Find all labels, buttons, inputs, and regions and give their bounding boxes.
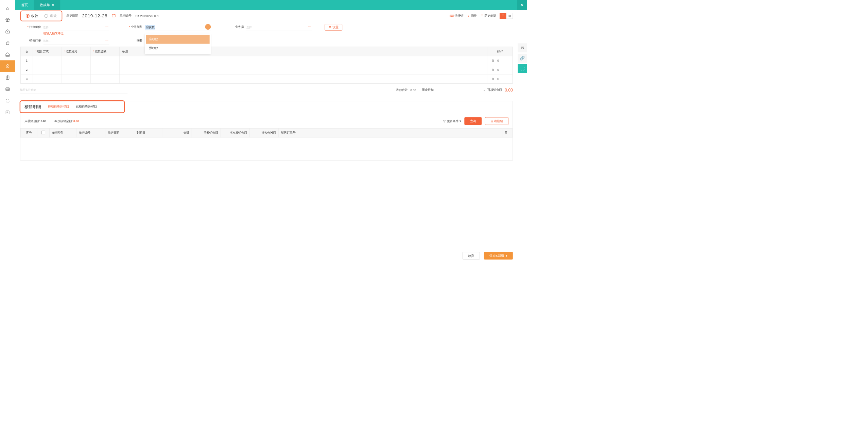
- radio-refund-label: 退款: [50, 14, 57, 18]
- mail-icon[interactable]: ✉: [518, 43, 527, 52]
- biztype-option-receivable[interactable]: 应收款: [146, 35, 210, 44]
- col-gear[interactable]: ⚙: [20, 47, 33, 56]
- view-grid-icon[interactable]: ⊞: [506, 13, 513, 19]
- gear-icon: ⚙: [329, 26, 331, 29]
- shortcut-link[interactable]: ⌨快捷键: [450, 14, 464, 18]
- remark-input[interactable]: [20, 86, 127, 94]
- tab-home[interactable]: 首页: [15, 0, 34, 10]
- writeoff-empty-body: [20, 137, 513, 160]
- form-area: *往来单位 ⋯ 请输入往来单位 *业务类型 应收款 ˄ 应收款 预收款: [20, 23, 513, 45]
- partner-input[interactable]: [43, 23, 109, 31]
- more-conditions-toggle[interactable]: ▽ 更多条件 ▾: [443, 119, 461, 123]
- total-value: 0.00: [411, 88, 416, 92]
- salesorder-input[interactable]: [43, 37, 109, 45]
- discard-button[interactable]: 放弃: [463, 252, 480, 260]
- lookup-icon[interactable]: ⋯: [105, 39, 109, 42]
- tab-receipt[interactable]: 收款单 ✕: [34, 0, 60, 10]
- plus-sign: +: [418, 88, 420, 92]
- summary-label: 摘要: [122, 37, 142, 43]
- cash-discount-input[interactable]: [436, 87, 482, 93]
- link-icon[interactable]: 🔗: [518, 54, 527, 63]
- money-bag-icon[interactable]: ¥: [0, 60, 15, 72]
- table-row: 3 🗑⊕: [20, 74, 513, 83]
- svg-point-8: [6, 99, 9, 102]
- lookup-icon[interactable]: ⋯: [105, 25, 109, 29]
- salesman-field: 业务员 ⋯: [223, 23, 312, 31]
- trash-icon[interactable]: 🗑: [491, 59, 494, 62]
- radio-refund[interactable]: 退款: [45, 14, 57, 18]
- calendar-icon[interactable]: [111, 13, 116, 18]
- add-row-icon[interactable]: ⊕: [497, 77, 499, 81]
- gift-icon[interactable]: [0, 14, 15, 26]
- payments-table-wrap: ⚙ *结算方式 *收款账号 *收款金额 备注 操作 1 🗑⊕ 2 🗑⊕: [20, 47, 513, 84]
- tab-close-icon[interactable]: ✕: [52, 3, 54, 7]
- left-sidebar: ⌂ $ ¥ 新: [0, 0, 15, 262]
- writeoff-tab-done[interactable]: 已核销单据(0笔): [76, 105, 97, 109]
- gear-icon: ⚙: [25, 50, 28, 53]
- wcol-seq: 序号: [20, 128, 37, 137]
- add-row-icon[interactable]: ⊕: [497, 68, 499, 71]
- add-row-icon[interactable]: ⊕: [497, 59, 499, 62]
- tab-receipt-label: 收款单: [40, 3, 50, 7]
- history-icon: ☰: [481, 14, 483, 18]
- trash-icon[interactable]: 🗑: [491, 68, 494, 71]
- wcol-type: 单据类型: [49, 128, 76, 137]
- partner-error: 请输入往来单位: [43, 32, 109, 35]
- cash-discount-label: 现金折扣:: [422, 88, 434, 92]
- radio-checked-icon: [26, 14, 30, 18]
- salesman-input[interactable]: [246, 23, 312, 31]
- writeoff-section: 核销明细 待核销单据(0笔) 已核销单据(0笔) 未核销金额:0.00 本次核销…: [20, 101, 513, 161]
- auto-writeoff-button[interactable]: 自动核销: [485, 117, 508, 125]
- toolbar-right: ⌨快捷键 ⁘操作 ☰历史单据 ☰ ⊞: [450, 13, 513, 19]
- pending-amount: 未核销金额:0.00: [24, 119, 46, 123]
- top-tabbar: 首页 收款单 ✕ ✕: [15, 0, 527, 10]
- loading-icon[interactable]: [0, 95, 15, 106]
- ops-link[interactable]: ⁘操作: [467, 14, 477, 18]
- history-link[interactable]: ☰历史单据: [481, 14, 496, 18]
- writeoff-tab-pending[interactable]: 待核销单据(0笔): [48, 105, 69, 109]
- salesorder-field: 销售订单 ⋯: [20, 37, 109, 45]
- date-value[interactable]: 2019-12-26: [82, 13, 107, 19]
- wcol-check: [37, 128, 49, 137]
- date-label: 单据日期: [66, 14, 78, 18]
- writeoff-header: 核销明细 待核销单据(0笔) 已核销单据(0笔): [20, 100, 125, 113]
- id-card-icon[interactable]: [0, 83, 15, 95]
- biztype-option-prepay[interactable]: 预收款: [146, 44, 210, 53]
- trash-icon[interactable]: 🗑: [491, 77, 494, 81]
- expand-icon[interactable]: ⛶: [518, 64, 527, 73]
- col-pay-method: *结算方式: [33, 47, 62, 56]
- svg-rect-6: [6, 88, 10, 90]
- salesorder-label: 销售订单: [20, 37, 41, 43]
- col-account: *收款账号: [62, 47, 91, 56]
- wcol-date: 单据日期: [105, 128, 134, 137]
- select-all-checkbox[interactable]: [41, 131, 45, 134]
- wcol-amount: 金额: [163, 128, 192, 137]
- chevron-up-icon[interactable]: ˄: [205, 24, 211, 30]
- writeoff-table: 序号 单据类型 单据编号 单据日期 到期日 金额 待核销金额 本次核销金额 折扣…: [20, 128, 513, 137]
- biztype-field: *业务类型 应收款 ˄ 应收款 预收款: [122, 23, 211, 31]
- radio-receive[interactable]: 收款: [26, 14, 38, 18]
- bottom-bar: 放弃 保存&新增 ▾: [15, 249, 518, 262]
- writeoff-subrow: 未核销金额:0.00 本次核销金额:0.00 ▽ 更多条件 ▾ 查询 自动核销: [20, 113, 513, 127]
- writeoffable-value: 0.00: [505, 88, 513, 93]
- clipboard-icon[interactable]: [0, 72, 15, 83]
- wcol-partner-extra: 往: [502, 128, 513, 137]
- wcol-discount: 折扣分摊额: [249, 128, 278, 137]
- home-icon[interactable]: ⌂: [0, 2, 15, 14]
- lookup-icon[interactable]: ⋯: [308, 25, 312, 29]
- view-list-icon[interactable]: ☰: [500, 13, 506, 19]
- query-button[interactable]: 查询: [464, 117, 482, 125]
- biztype-select[interactable]: 应收款: [145, 23, 211, 31]
- docno-label: 单据编号: [120, 14, 131, 18]
- biztype-value: 应收款: [145, 25, 155, 29]
- right-sidebar: ✉ 🔗 ⛶: [518, 43, 527, 73]
- warehouse-icon[interactable]: [0, 49, 15, 60]
- settings-button[interactable]: ⚙ 设置: [325, 24, 342, 30]
- wcol-sales-order: 销售订单号: [278, 128, 502, 137]
- new-icon[interactable]: 新: [0, 106, 15, 118]
- bag-icon[interactable]: [0, 37, 15, 49]
- svg-text:¥: ¥: [7, 66, 8, 67]
- dollar-house-icon[interactable]: $: [0, 26, 15, 37]
- close-window-icon[interactable]: ✕: [517, 0, 527, 10]
- save-add-button[interactable]: 保存&新增 ▾: [484, 252, 513, 260]
